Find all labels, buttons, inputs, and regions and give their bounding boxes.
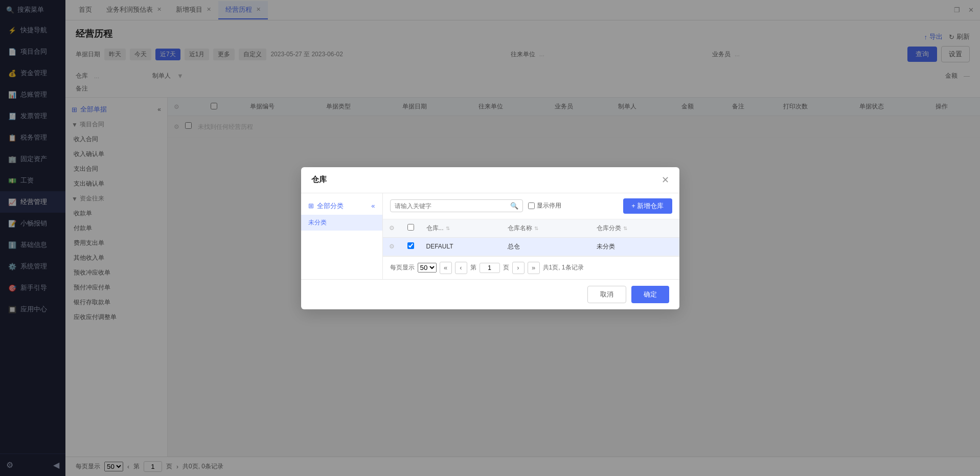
modal-left-tree: ⊞ 全部分类 « 未分类 (301, 193, 383, 279)
row-gear-cell: ⚙ (383, 237, 401, 256)
row-gear-icon[interactable]: ⚙ (389, 243, 395, 250)
modal-tree-all[interactable]: ⊞ 全部分类 « (301, 197, 382, 215)
add-warehouse-button[interactable]: + 新增仓库 (623, 198, 672, 214)
modal-title: 仓库 (311, 175, 327, 185)
modal-last-page-btn[interactable]: » (528, 262, 540, 274)
modal-tree-icon: ⊞ (308, 202, 314, 210)
modal-close-btn[interactable]: ✕ (662, 174, 669, 186)
th-modal-checkbox (401, 219, 420, 238)
row-checkbox-cell (401, 237, 420, 256)
modal-next-page-btn[interactable]: › (512, 262, 525, 274)
modal-tree-collapse-btn[interactable]: « (371, 202, 375, 210)
row-select-checkbox[interactable] (407, 242, 414, 249)
modal-overlay: 仓库 ✕ ⊞ 全部分类 « 未分类 (0, 0, 980, 476)
modal-page-input[interactable] (480, 263, 500, 273)
modal-gear-icon[interactable]: ⚙ (389, 224, 395, 232)
modal-select-all[interactable] (407, 224, 414, 231)
th-modal-gear: ⚙ (383, 219, 401, 238)
warehouse-modal: 仓库 ✕ ⊞ 全部分类 « 未分类 (301, 167, 679, 309)
modal-confirm-button[interactable]: 确定 (631, 286, 669, 303)
modal-per-page-label: 每页显示 (390, 263, 415, 272)
modal-tree-all-label: 全部分类 (317, 201, 344, 211)
sort-icon-code[interactable]: ⇅ (446, 225, 450, 231)
modal-tree-uncategorized[interactable]: 未分类 (301, 215, 382, 231)
modal-search-icon: 🔍 (510, 202, 518, 210)
th-warehouse-name: 仓库名称 ⇅ (502, 219, 590, 238)
modal-prev-page-btn[interactable]: ‹ (455, 262, 467, 274)
modal-pagination: 每页显示 50 « ‹ 第 页 › » 共1页, 1条记录 (383, 256, 679, 279)
row-code-cell: DEFAULT (420, 237, 502, 256)
modal-search-box: 🔍 (390, 199, 523, 212)
modal-per-page-select[interactable]: 50 (418, 263, 437, 273)
th-warehouse-code: 仓库... ⇅ (420, 219, 502, 238)
modal-body: ⊞ 全部分类 « 未分类 🔍 显示停用 (301, 193, 679, 279)
th-warehouse-category: 仓库分类 ⇅ (590, 219, 679, 238)
warehouse-table-row: ⚙ DEFAULT 总仓 未分类 (383, 237, 679, 256)
modal-table-container: ⚙ 仓库... ⇅ (383, 219, 679, 256)
modal-page-label: 第 (470, 263, 476, 272)
modal-right-content: 🔍 显示停用 + 新增仓库 ⚙ (383, 193, 679, 279)
modal-search-input[interactable] (395, 202, 508, 210)
modal-first-page-btn[interactable]: « (440, 262, 452, 274)
row-name-cell: 总仓 (502, 237, 590, 256)
sort-icon-cat[interactable]: ⇅ (623, 225, 627, 231)
modal-cancel-button[interactable]: 取消 (587, 286, 626, 303)
modal-page-end-label: 页 (503, 263, 509, 272)
warehouse-table: ⚙ 仓库... ⇅ (383, 219, 679, 256)
row-category-cell: 未分类 (590, 237, 679, 256)
modal-total-info: 共1页, 1条记录 (543, 263, 584, 272)
modal-actions: 取消 确定 (301, 279, 679, 309)
show-disabled-checkbox[interactable] (528, 202, 535, 209)
sort-icon-name[interactable]: ⇅ (534, 225, 538, 231)
show-disabled-checkbox-label[interactable]: 显示停用 (528, 201, 561, 210)
modal-toolbar: 🔍 显示停用 + 新增仓库 (383, 193, 679, 219)
modal-header: 仓库 ✕ (301, 167, 679, 193)
warehouse-table-header: ⚙ 仓库... ⇅ (383, 219, 679, 238)
